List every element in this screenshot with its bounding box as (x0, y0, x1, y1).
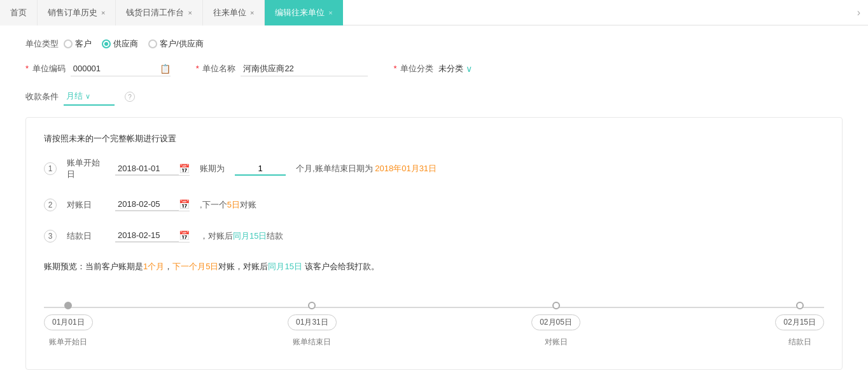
radio-customer-supplier-label: 客户/供应商 (160, 38, 204, 50)
settings-box: 请按照未来的一个完整帐期进行设置 1 账单开始日 📅 账期为 个月,账单结束日期… (25, 117, 843, 370)
tab-cash-work[interactable]: 钱货日清工作台 × (116, 0, 202, 25)
payment-date-input-wrap: 📅 (115, 229, 190, 243)
tab-sales-history[interactable]: 销售订单历史 × (38, 0, 116, 25)
payment-value: 月结 (66, 90, 83, 102)
unit-code-input[interactable] (71, 61, 160, 76)
preview-part1: 1个月 (143, 262, 164, 271)
timeline-point-0: 01月01日 账单开始日 (44, 302, 93, 348)
timeline-sub-1: 账单结束日 (293, 337, 331, 348)
row-label-3: 结款日 (67, 230, 105, 242)
timeline-sub-2: 对账日 (545, 337, 568, 348)
unit-code-group: * 单位编码 📋 (25, 61, 171, 76)
tab-cash-work-close[interactable]: × (188, 9, 192, 17)
unit-name-input[interactable] (241, 61, 368, 76)
timeline-date-2: 02月05日 (531, 314, 580, 330)
row-num-3: 3 (44, 230, 57, 243)
timeline-point-2: 02月05日 对账日 (531, 302, 580, 348)
radio-customer-supplier-circle (148, 39, 157, 48)
payment-help-icon[interactable]: ? (125, 92, 135, 102)
tabs-bar: 首页 销售订单历史 × 钱货日清工作台 × 往来单位 × 编辑往来单位 × › (0, 0, 868, 25)
tab-home[interactable]: 首页 (0, 0, 38, 25)
unit-classify-dropdown[interactable]: 未分类 ∨ (438, 63, 540, 74)
unit-name-group: * 单位名称 (196, 61, 368, 76)
radio-supplier[interactable]: 供应商 (102, 38, 138, 50)
reconcile-date-input-wrap: 📅 (115, 198, 190, 211)
unit-type-label: 单位类型 (25, 38, 59, 50)
timeline-sub-3: 结款日 (788, 337, 811, 348)
row-label-2: 对账日 (67, 199, 105, 211)
radio-customer-label: 客户 (75, 38, 92, 50)
preview-text: 账期预览：当前客户账期是1个月，下一个月5日对账，对账后同月15日 该客户会给我… (44, 260, 824, 274)
timeline: 01月01日 账单开始日 01月31日 账单结束日 02月05日 对账日 (44, 289, 824, 354)
timeline-date-0: 01月01日 (44, 314, 93, 330)
unit-type-group: 单位类型 客户 供应商 客户/供应商 (25, 38, 204, 50)
tab-edit-partner[interactable]: 编辑往来单位 × (265, 0, 342, 25)
preview-part3: 同月15日 (268, 262, 302, 271)
start-date-cal-icon[interactable]: 📅 (179, 164, 190, 174)
payment-highlight: 同月15日 (233, 231, 267, 241)
tab-sales-history-close[interactable]: × (101, 9, 105, 17)
tab-home-label: 首页 (10, 7, 27, 18)
payment-dropdown[interactable]: 月结 ∨ (64, 88, 115, 106)
timeline-point-3: 02月15日 结款日 (775, 302, 824, 348)
row-num-2: 2 (44, 199, 57, 211)
settings-box-title: 请按照未来的一个完整帐期进行设置 (44, 133, 824, 144)
unit-info-row: * 单位编码 📋 * 单位名称 * 单位分类 未分类 ∨ (25, 61, 843, 76)
unit-code-input-wrap: 📋 (71, 61, 171, 76)
reconcile-desc: ,下一个5日对账 (200, 199, 256, 211)
period-label: 账期为 (200, 163, 225, 174)
tab-edit-partner-label: 编辑往来单位 (275, 7, 325, 18)
radio-supplier-circle (102, 39, 111, 48)
tab-partner[interactable]: 往来单位 × (203, 0, 265, 25)
radio-customer[interactable]: 客户 (64, 38, 92, 50)
tab-partner-close[interactable]: × (250, 9, 254, 17)
tab-edit-partner-close[interactable]: × (328, 9, 332, 17)
tab-sales-history-label: 销售订单历史 (48, 7, 97, 18)
payment-arrow-icon: ∨ (85, 92, 90, 101)
unit-type-radio-group: 客户 供应商 客户/供应商 (64, 38, 204, 50)
radio-customer-circle (64, 39, 73, 48)
start-date-input[interactable] (115, 162, 179, 175)
timeline-point-1: 01月31日 账单结束日 (288, 302, 337, 348)
reconcile-date-input[interactable] (115, 198, 179, 211)
timeline-sub-0: 账单开始日 (49, 337, 87, 348)
payment-date-cal-icon[interactable]: 📅 (179, 230, 190, 241)
period-unit: 个月,账单结束日期为 2018年01月31日 (296, 163, 437, 174)
payment-group: 收款条件 月结 ∨ ? (25, 88, 135, 106)
timeline-date-3: 02月15日 (775, 314, 824, 330)
unit-classify-group: * 单位分类 未分类 ∨ (393, 63, 540, 74)
timeline-dot-1 (308, 302, 316, 309)
start-date-input-wrap: 📅 (115, 162, 190, 176)
tabs-scroll-arrow[interactable]: › (850, 7, 868, 18)
reconcile-highlight: 5日 (227, 200, 240, 209)
timeline-dot-3 (796, 302, 804, 309)
timeline-date-1: 01月31日 (288, 314, 337, 330)
payment-row: 收款条件 月结 ∨ ? (25, 88, 843, 106)
radio-customer-supplier[interactable]: 客户/供应商 (148, 38, 204, 50)
reconcile-date-cal-icon[interactable]: 📅 (179, 199, 190, 209)
unit-code-label: * 单位编码 (25, 63, 66, 74)
row-num-1: 1 (44, 162, 57, 175)
setting-row-1: 1 账单开始日 📅 账期为 个月,账单结束日期为 2018年01月31日 (44, 157, 824, 180)
setting-row-2: 2 对账日 📅 ,下一个5日对账 (44, 198, 824, 211)
setting-row-3: 3 结款日 📅 ，对账后同月15日结款 (44, 229, 824, 243)
classify-arrow-icon: ∨ (466, 64, 472, 74)
payment-desc: ，对账后同月15日结款 (200, 230, 283, 242)
tab-cash-work-label: 钱货日清工作台 (126, 7, 184, 18)
period-input[interactable] (235, 162, 286, 176)
tab-partner-label: 往来单位 (213, 7, 246, 18)
payment-label: 收款条件 (25, 91, 59, 102)
row-label-1: 账单开始日 (67, 157, 105, 180)
unit-classify-value: 未分类 (438, 63, 463, 74)
timeline-points: 01月01日 账单开始日 01月31日 账单结束日 02月05日 对账日 (44, 302, 824, 348)
radio-supplier-label: 供应商 (113, 38, 138, 50)
unit-type-row: 单位类型 客户 供应商 客户/供应商 (25, 38, 843, 50)
main-content: 单位类型 客户 供应商 客户/供应商 * 单位编码 (0, 25, 868, 387)
unit-code-copy-icon[interactable]: 📋 (160, 64, 171, 74)
timeline-dot-2 (552, 302, 560, 309)
unit-classify-label: * 单位分类 (393, 63, 433, 74)
unit-name-label: * 单位名称 (196, 63, 236, 74)
payment-date-input[interactable] (115, 229, 179, 242)
end-date-highlight: 2018年01月31日 (375, 164, 437, 173)
timeline-dot-0 (64, 302, 72, 309)
